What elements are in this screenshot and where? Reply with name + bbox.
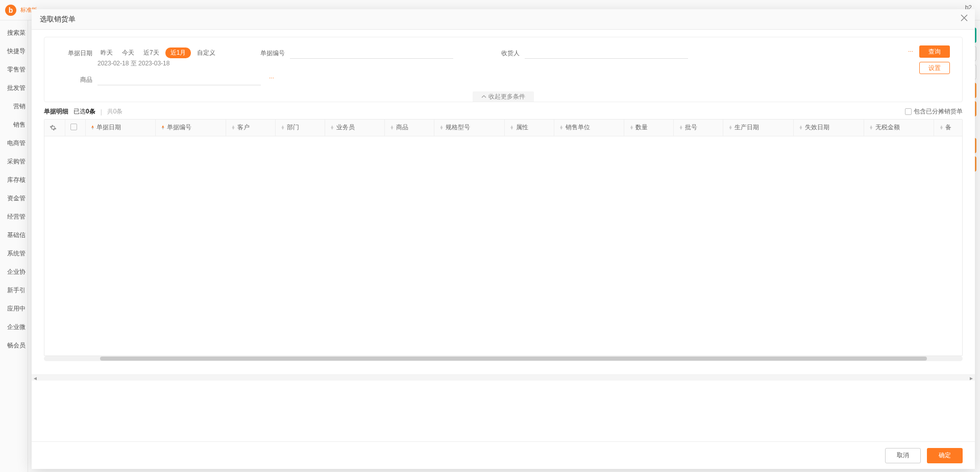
column-header-spec[interactable]: ▲▼规格型号 — [434, 120, 505, 136]
modal-title: 选取销货单 — [40, 15, 76, 24]
sort-icon[interactable]: ▲▼ — [799, 126, 803, 130]
column-label: 客户 — [237, 123, 250, 132]
select-sales-order-modal: 选取销货单 单据日期 昨天今天近7天近1月自定义 2023-02-18 至 20… — [32, 9, 975, 469]
data-table-wrap: ▲▼单据日期▲▼单据编号▲▼客户▲▼部门▲▼业务员▲▼商品▲▼规格型号▲▼属性▲… — [44, 119, 963, 356]
column-label: 销售单位 — [566, 123, 590, 132]
date-quick-options: 昨天今天近7天近1月自定义 — [97, 48, 218, 58]
column-header-prod_date[interactable]: ▲▼生产日期 — [723, 120, 794, 136]
product-input[interactable] — [97, 74, 261, 85]
close-icon[interactable] — [961, 14, 968, 21]
sort-icon[interactable]: ▲▼ — [679, 126, 683, 130]
date-quick-option[interactable]: 近1月 — [165, 48, 191, 58]
table-scrollbar[interactable] — [44, 356, 963, 361]
column-header-bill_no[interactable]: ▲▼单据编号 — [156, 120, 226, 136]
list-summary-bar: 单据明细 已选0条 | 共0条 包含已分摊销货单 — [44, 107, 963, 116]
data-table: ▲▼单据日期▲▼单据编号▲▼客户▲▼部门▲▼业务员▲▼商品▲▼规格型号▲▼属性▲… — [44, 120, 963, 356]
select-all-checkbox[interactable] — [70, 124, 77, 130]
include-allocated-label: 包含已分摊销货单 — [914, 107, 963, 116]
sort-icon[interactable]: ▲▼ — [559, 126, 564, 130]
sort-icon[interactable]: ▲▼ — [390, 126, 394, 130]
filter-actions: ··· 查询 设置 — [919, 45, 950, 74]
sort-icon[interactable]: ▲▼ — [231, 126, 235, 130]
detail-tab[interactable]: 单据明细 — [44, 107, 68, 116]
include-allocated-checkbox[interactable]: 包含已分摊销货单 — [905, 107, 963, 116]
filter-label: 商品 — [57, 74, 92, 85]
date-range-text: 2023-02-18 至 2023-03-18 — [97, 59, 218, 68]
query-button[interactable]: 查询 — [919, 45, 950, 58]
filter-label: 收货人 — [484, 48, 520, 59]
column-label: 商品 — [396, 123, 408, 132]
date-quick-option[interactable]: 昨天 — [97, 48, 116, 58]
column-header-unit[interactable]: ▲▼销售单位 — [554, 120, 624, 136]
confirm-button[interactable]: 确定 — [927, 448, 963, 463]
modal-body: 单据日期 昨天今天近7天近1月自定义 2023-02-18 至 2023-03-… — [32, 30, 975, 441]
receiver-input[interactable] — [525, 48, 688, 59]
sort-icon[interactable]: ▲▼ — [330, 126, 334, 130]
column-header-gear[interactable] — [44, 120, 65, 136]
column-header-remark[interactable]: ▲▼备 — [934, 120, 963, 136]
sort-icon[interactable]: ▲▼ — [439, 126, 444, 130]
sort-icon[interactable]: ▲▼ — [869, 126, 873, 130]
chevron-up-icon — [481, 95, 486, 99]
filter-panel: 单据日期 昨天今天近7天近1月自定义 2023-02-18 至 2023-03-… — [44, 37, 963, 102]
column-header-salesperson[interactable]: ▲▼业务员 — [325, 120, 384, 136]
column-header-product[interactable]: ▲▼商品 — [385, 120, 434, 136]
settings-button[interactable]: 设置 — [919, 62, 950, 74]
column-header-batch[interactable]: ▲▼批号 — [674, 120, 723, 136]
column-label: 单据编号 — [167, 123, 191, 132]
date-quick-option[interactable]: 今天 — [119, 48, 137, 58]
column-label: 失效日期 — [805, 123, 829, 132]
column-label: 批号 — [685, 123, 697, 132]
bill-no-input[interactable] — [290, 48, 453, 59]
column-label: 备 — [945, 123, 951, 132]
column-header-customer[interactable]: ▲▼客户 — [226, 120, 276, 136]
column-header-dept[interactable]: ▲▼部门 — [275, 120, 325, 136]
scroll-right-icon[interactable]: ► — [968, 375, 975, 381]
collapse-label: 收起更多条件 — [488, 92, 525, 101]
sort-icon[interactable]: ▲▼ — [939, 126, 943, 130]
date-quick-option[interactable]: 自定义 — [194, 48, 218, 58]
checkbox-icon — [905, 108, 912, 115]
sort-icon[interactable]: ▲▼ — [728, 126, 732, 130]
date-quick-option[interactable]: 近7天 — [140, 48, 162, 58]
filter-bill-no: 单据编号 — [249, 48, 453, 59]
column-header-exp_date[interactable]: ▲▼失效日期 — [793, 120, 864, 136]
selected-count: 已选0条 — [74, 107, 95, 116]
product-more-icon[interactable]: ··· — [269, 74, 274, 81]
total-count: 共0条 — [107, 107, 123, 116]
modal-overlay: 选取销货单 单据日期 昨天今天近7天近1月自定义 2023-02-18 至 20… — [0, 0, 980, 472]
sort-icon[interactable]: ▲▼ — [91, 126, 95, 130]
filter-product: 商品 ··· — [57, 74, 274, 85]
column-label: 数量 — [635, 123, 648, 132]
table-header-row: ▲▼单据日期▲▼单据编号▲▼客户▲▼部门▲▼业务员▲▼商品▲▼规格型号▲▼属性▲… — [44, 120, 963, 136]
cancel-button[interactable]: 取消 — [885, 448, 921, 463]
filter-receiver: 收货人 — [484, 48, 688, 59]
gear-icon[interactable] — [50, 124, 60, 131]
more-filters-icon[interactable]: ··· — [908, 48, 913, 55]
column-label: 业务员 — [336, 123, 355, 132]
column-header-qty[interactable]: ▲▼数量 — [624, 120, 674, 136]
empty-table-body — [44, 136, 963, 356]
collapse-filters-button[interactable]: 收起更多条件 — [473, 91, 534, 102]
sort-icon[interactable]: ▲▼ — [629, 126, 633, 130]
filter-label: 单据日期 — [57, 48, 92, 59]
modal-footer: 取消 确定 — [32, 441, 975, 469]
column-label: 部门 — [287, 123, 299, 132]
column-label: 规格型号 — [446, 123, 470, 132]
modal-h-scrollbar[interactable]: ◄ ► — [32, 374, 975, 381]
sort-icon[interactable]: ▲▼ — [281, 126, 285, 130]
column-header-attr[interactable]: ▲▼属性 — [504, 120, 554, 136]
column-header-chk[interactable] — [65, 120, 85, 136]
column-header-bill_date[interactable]: ▲▼单据日期 — [85, 120, 156, 136]
scroll-left-icon[interactable]: ◄ — [32, 375, 39, 381]
sort-icon[interactable]: ▲▼ — [510, 126, 514, 130]
sort-icon[interactable]: ▲▼ — [161, 126, 165, 130]
column-header-notax[interactable]: ▲▼无税金额 — [864, 120, 934, 136]
filter-bill-date: 单据日期 昨天今天近7天近1月自定义 2023-02-18 至 2023-03-… — [57, 48, 218, 68]
scrollbar-thumb[interactable] — [100, 357, 927, 361]
column-label: 无税金额 — [875, 123, 900, 132]
column-label: 属性 — [516, 123, 528, 132]
filter-label: 单据编号 — [249, 48, 285, 59]
column-label: 生产日期 — [734, 123, 759, 132]
modal-header: 选取销货单 — [32, 9, 975, 30]
